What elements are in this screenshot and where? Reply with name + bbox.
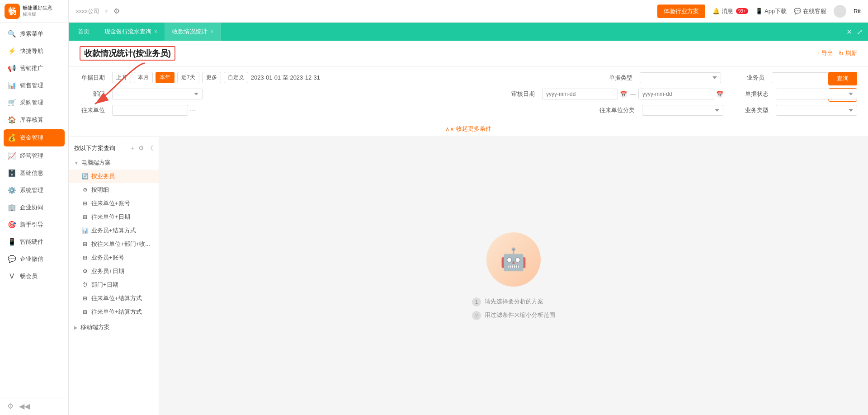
- tab-collection-stats[interactable]: 收款情况统计 ×: [165, 23, 221, 41]
- scheme-item-salesperson-settlement[interactable]: 📊 业务员+结算方式: [69, 224, 159, 237]
- scheme-item-partner-settlement2[interactable]: ⊞ 往来单位+结算方式: [69, 305, 159, 319]
- sidebar-item-guide[interactable]: 🎯 新手引导: [0, 216, 68, 233]
- sidebar-bottom: ⚙ ◀◀: [0, 397, 68, 415]
- tab-bank-flow[interactable]: 现金银行流水查询 ×: [97, 23, 165, 41]
- empty-state: 🤖 1 请先选择要分析的方案 2 用过滤条件来缩小分析范围: [159, 137, 868, 415]
- scheme-item-partner-dept-collect[interactable]: ⊞ 按往来单位+部门+收...: [69, 237, 159, 251]
- scheme-item-salesperson-account[interactable]: ⊞ 业务员+账号: [69, 251, 159, 264]
- scheme-item-partner-settlement1[interactable]: ⊞ 往来单位+结算方式: [69, 292, 159, 305]
- biztype-select[interactable]: [776, 105, 857, 116]
- scheme-label-partner-date: 往来单位+日期: [91, 213, 130, 221]
- notification-btn[interactable]: 🔔 消息 99+: [712, 7, 748, 15]
- sidebar-collapse-icon[interactable]: ◀◀: [19, 402, 30, 410]
- scheme-item-partner-date[interactable]: ⊞ 往来单位+日期: [69, 210, 159, 224]
- sidebar-item-operations[interactable]: 📈 经营管理: [0, 147, 68, 165]
- date-tab-lastmonth[interactable]: 上月: [112, 72, 131, 83]
- notification-label: 消息: [722, 7, 733, 15]
- tab-bank-flow-close[interactable]: ×: [154, 28, 157, 35]
- sidebar-item-marketing[interactable]: 📢 营销推广: [0, 60, 68, 77]
- sidebar-item-basicinfo[interactable]: 🗄️ 基础信息: [0, 165, 68, 182]
- tab-home[interactable]: 首页: [69, 23, 97, 41]
- scheme-item-dept-date[interactable]: ⏱ 部门+日期: [69, 278, 159, 292]
- empty-illustration: 🤖: [486, 232, 541, 287]
- sidebar-item-inventory[interactable]: 🏠 库存核算: [0, 111, 68, 128]
- partner-more-btn[interactable]: ···: [188, 106, 198, 114]
- tip-num-2: 2: [472, 311, 481, 320]
- online-service-btn[interactable]: 💬 在线客服: [794, 7, 826, 15]
- scheme-group-mobile-header[interactable]: ▶ 移动端方案: [69, 321, 159, 334]
- scheme-group-desktop-header[interactable]: ▼ 电脑端方案: [69, 156, 159, 170]
- window-close-btn[interactable]: ✕: [846, 28, 852, 36]
- content: 单据日期 上月 本月 本年 近7天 更多 自定义 2023-01-01 至 20…: [69, 66, 868, 415]
- scheme-group-mobile-label: 移动端方案: [80, 323, 110, 331]
- review-date-wrap: 📅 — 📅: [542, 89, 723, 99]
- left-panel-settings-btn[interactable]: ⚙: [138, 144, 144, 152]
- page-title: 收款情况统计(按业务员): [80, 46, 175, 61]
- scheme-item-by-detail[interactable]: ⚙ 按明细: [69, 183, 159, 197]
- scheme-label-partner-account: 往来单位+账号: [91, 199, 130, 208]
- left-panel-add-btn[interactable]: ＋: [129, 144, 136, 152]
- calendar-to-icon[interactable]: 📅: [716, 91, 723, 98]
- sidebar-label-hardware: 智能硬件: [20, 238, 43, 246]
- doctype-select[interactable]: [640, 72, 721, 83]
- partner-input[interactable]: [112, 105, 188, 116]
- tip-num-1: 1: [472, 297, 481, 307]
- partner-cat-select[interactable]: [642, 105, 723, 116]
- sidebar-item-enterprise[interactable]: 🏢 企业协同: [0, 199, 68, 216]
- scheme-label-partner-settlement2: 往来单位+结算方式: [91, 308, 142, 316]
- export-btn[interactable]: ↑ 导出: [817, 49, 834, 57]
- finance-icon: 💰: [7, 134, 16, 142]
- calendar-from-icon[interactable]: 📅: [620, 91, 627, 98]
- trial-btn[interactable]: 体验行业方案: [657, 5, 705, 18]
- topbar-settings-icon[interactable]: ⚙: [113, 7, 120, 15]
- user-avatar[interactable]: [834, 5, 846, 18]
- sidebar-item-system[interactable]: ⚙️ 系统管理: [0, 182, 68, 199]
- tab-collection-stats-label: 收款情况统计: [172, 28, 208, 36]
- wechat-icon: 💬: [7, 255, 16, 263]
- review-date-to[interactable]: [638, 89, 714, 99]
- sidebar-item-purchase[interactable]: 🛒 采购管理: [0, 94, 68, 111]
- scheme-item-by-salesperson[interactable]: 🔄 按业务员: [69, 170, 159, 183]
- dept-select[interactable]: [112, 89, 203, 99]
- scheme-item-salesperson-date[interactable]: ⚙ 业务员+日期: [69, 264, 159, 278]
- collapse-up-icon: ∧∧: [445, 126, 454, 132]
- review-date-from[interactable]: [542, 89, 618, 99]
- topbar-right: 体验行业方案 🔔 消息 99+ 📱 App下载 💬 在线客服 Rit: [657, 5, 861, 18]
- sidebar-item-wechat[interactable]: 💬 企业微信: [0, 250, 68, 268]
- sidebar-item-search[interactable]: 🔍 搜索菜单: [0, 25, 68, 42]
- marketing-icon: 📢: [7, 64, 16, 72]
- query-btn[interactable]: 查询: [828, 72, 857, 85]
- scheme-label-salesperson-settlement: 业务员+结算方式: [91, 226, 136, 235]
- online-service-label: 在线客服: [803, 7, 826, 15]
- left-panel-collapse-btn[interactable]: 《: [147, 144, 153, 152]
- app-download-btn[interactable]: 📱 App下载: [755, 7, 787, 15]
- date-tab-thismonth[interactable]: 本月: [134, 72, 153, 83]
- sidebar-label-marketing: 营销推广: [20, 64, 43, 72]
- sidebar-item-member[interactable]: Ⅴ 畅会员: [0, 268, 68, 285]
- basicinfo-icon: 🗄️: [7, 169, 16, 177]
- sidebar-item-hardware[interactable]: 📱 智能硬件: [0, 233, 68, 250]
- date-tab-thisyear[interactable]: 本年: [156, 72, 175, 83]
- refresh-icon: ↻: [839, 50, 844, 57]
- sidebar-item-quicknav[interactable]: ⚡ 快捷导航: [0, 42, 68, 60]
- refresh-btn[interactable]: ↻ 刷新: [839, 49, 857, 57]
- collapse-more-btn[interactable]: ∧∧ 收起更多条件: [80, 121, 857, 137]
- scheme-icon-dept-date: ⏱: [81, 281, 89, 288]
- sidebar-item-finance[interactable]: 💰 资金管理: [4, 129, 65, 146]
- left-panel-title: 按以下方案查询: [74, 144, 115, 152]
- docstatus-select[interactable]: [776, 89, 857, 99]
- sidebar-item-sales[interactable]: 📊 销售管理: [0, 77, 68, 94]
- window-maximize-btn[interactable]: ⤢: [857, 28, 863, 36]
- date-tab-more[interactable]: 更多: [202, 72, 221, 83]
- sidebar-label-inventory: 库存核算: [20, 116, 43, 124]
- tab-collection-stats-close[interactable]: ×: [210, 28, 213, 35]
- date-tab-custom[interactable]: 自定义: [224, 72, 248, 83]
- notification-badge: 99+: [736, 8, 748, 14]
- sidebar-settings-icon[interactable]: ⚙: [7, 402, 14, 410]
- scheme-icon-partner-date: ⊞: [81, 213, 89, 221]
- online-service-icon: 💬: [794, 8, 801, 14]
- main-area: xxxx公司 ▾ ⚙ 体验行业方案 🔔 消息 99+ 📱 App下载 💬 在线客…: [69, 0, 868, 415]
- scheme-item-partner-account[interactable]: ⊞ 往来单位+账号: [69, 197, 159, 210]
- date-tab-7days[interactable]: 近7天: [177, 72, 199, 83]
- scheme-icon-detail: ⚙: [81, 186, 89, 193]
